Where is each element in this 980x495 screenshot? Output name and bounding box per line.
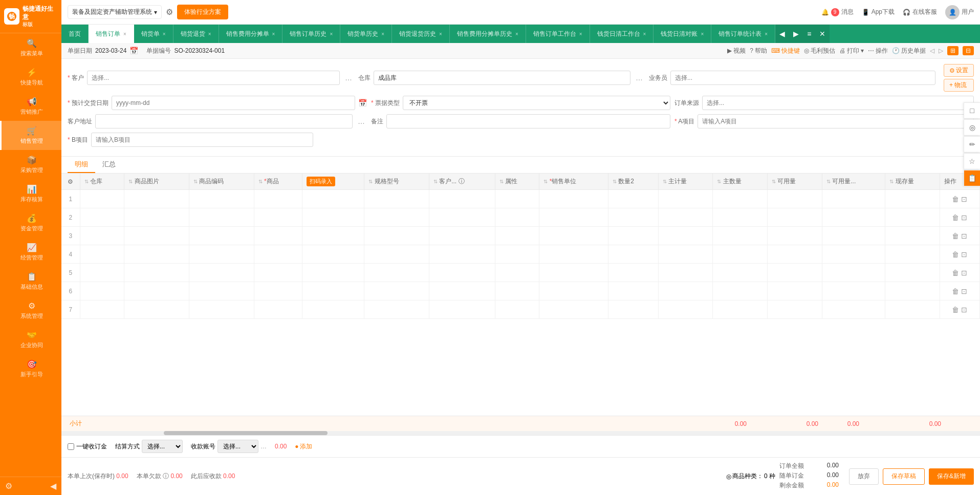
customer-input[interactable]: [87, 71, 340, 85]
copy-row-icon[interactable]: ⊡: [961, 287, 967, 295]
sidebar-item-shortcut[interactable]: ⚡ 快捷导航: [0, 62, 61, 92]
tab-close-icon[interactable]: ×: [765, 31, 768, 37]
delete-icon[interactable]: 🗑: [952, 213, 959, 222]
row-1-customer-code[interactable]: [429, 190, 495, 208]
tab-sales-expense[interactable]: 销售费用分摊单 ×: [219, 25, 283, 43]
horizontal-scrollbar[interactable]: [61, 431, 980, 435]
online-service-item[interactable]: 🎧 在线客服: [903, 8, 937, 16]
row-1-main-qty[interactable]: [713, 190, 768, 208]
date-calendar-icon[interactable]: 📅: [358, 99, 367, 107]
row-3-warehouse[interactable]: [80, 227, 124, 245]
delivery-date-input[interactable]: [112, 96, 355, 110]
tab-prev-button[interactable]: ◀: [775, 25, 789, 43]
sidebar-item-finance[interactable]: 💰 资金管理: [0, 208, 61, 238]
address-more-icon[interactable]: …: [356, 117, 367, 125]
sidebar-item-marketing[interactable]: 📢 营销推广: [0, 92, 61, 121]
delete-icon[interactable]: 🗑: [952, 195, 959, 203]
sidebar-item-basics[interactable]: 📋 基础信息: [0, 267, 61, 296]
customer-more-icon[interactable]: …: [343, 74, 354, 82]
tab-close-icon[interactable]: ×: [515, 31, 518, 37]
tab-daily-workbench[interactable]: 钱货日清工作台 ×: [590, 25, 654, 43]
copy-row-icon[interactable]: ⊡: [961, 195, 967, 203]
quick-deposit-input[interactable]: [68, 443, 74, 450]
shortcut-action[interactable]: ⌨ 快捷键: [771, 47, 800, 55]
prev-record-icon[interactable]: ◁: [930, 47, 934, 54]
float-expand-button[interactable]: □: [964, 102, 980, 119]
layout-button[interactable]: ⊞: [947, 46, 959, 55]
tab-return-history[interactable]: 销货退货历史 ×: [392, 25, 450, 43]
delete-icon[interactable]: 🗑: [952, 250, 959, 259]
warehouse-input[interactable]: [374, 71, 630, 85]
float-favorite-button[interactable]: ☆: [964, 153, 980, 169]
industry-solution-button[interactable]: 体验行业方案: [177, 5, 228, 19]
history-action[interactable]: 🕐 历史单据: [892, 47, 926, 55]
project-b-input[interactable]: [91, 133, 313, 147]
row-2-product[interactable]: [254, 208, 302, 227]
add-button[interactable]: ● 添加: [295, 442, 312, 451]
copy-row-icon[interactable]: ⊡: [961, 232, 967, 240]
copy-row-icon[interactable]: ⊡: [961, 306, 967, 314]
delete-icon[interactable]: 🗑: [952, 287, 959, 295]
tab-close-icon[interactable]: ×: [701, 31, 704, 37]
tab-sales-return[interactable]: 销货退货 ×: [173, 25, 219, 43]
delete-icon[interactable]: 🗑: [952, 269, 959, 277]
row-1-spec[interactable]: [364, 190, 429, 208]
sidebar-item-purchase[interactable]: 📦 采购管理: [0, 150, 61, 179]
tab-next-button[interactable]: ▶: [789, 25, 803, 43]
collapse-icon[interactable]: ◀: [50, 481, 56, 491]
tab-expense-history[interactable]: 销售费用分摊单历史 ×: [450, 25, 526, 43]
tab-sales-invoice-history[interactable]: 销货单历史 ×: [340, 25, 392, 43]
profit-action[interactable]: ◎ 毛利预估: [804, 47, 835, 55]
sidebar-item-guide[interactable]: 🎯 新手引导: [0, 354, 61, 383]
row-1-warehouse[interactable]: [80, 190, 124, 208]
row-2-attributes[interactable]: [495, 208, 539, 227]
account-select[interactable]: 选择...: [217, 440, 258, 453]
row-2-sales-unit[interactable]: [539, 208, 608, 227]
print-action[interactable]: 🖨 打印 ▾: [839, 47, 864, 55]
orange-layout-button[interactable]: ⊟: [963, 46, 974, 55]
delete-icon[interactable]: 🗑: [952, 232, 959, 240]
help-action[interactable]: ? 帮助: [750, 47, 767, 55]
customer-address-input[interactable]: [95, 114, 353, 128]
tab-sales-order-history[interactable]: 销售订单历史 ×: [282, 25, 340, 43]
view-action[interactable]: ▶ 视频: [727, 47, 746, 55]
tab-more-button[interactable]: ≡: [803, 25, 815, 43]
tab-close-icon[interactable]: ×: [123, 31, 126, 37]
tab-close-icon[interactable]: ×: [643, 31, 646, 37]
row-2-spec[interactable]: [364, 208, 429, 227]
save-draft-button[interactable]: 保存草稿: [883, 468, 925, 485]
project-a-input[interactable]: [698, 114, 974, 128]
operations-action[interactable]: ⋯ 操作: [868, 47, 888, 55]
tab-reconcile[interactable]: 钱货日清对账 ×: [654, 25, 711, 43]
tab-close-icon[interactable]: ×: [208, 31, 211, 37]
tab-stats[interactable]: 销售订单统计表 ×: [711, 25, 775, 43]
float-copy-button[interactable]: 📋: [964, 170, 980, 186]
sidebar-item-sales[interactable]: 🛒 销售管理: [0, 121, 61, 150]
float-edit-button[interactable]: ✏: [964, 136, 980, 153]
tab-sales-order[interactable]: 销售订单 ×: [89, 25, 134, 43]
system-title[interactable]: 装备及固定资产辅助管理系统 ▾: [68, 5, 162, 19]
calendar-icon[interactable]: 📅: [129, 47, 138, 55]
row-1-attributes[interactable]: [495, 190, 539, 208]
tab-detail[interactable]: 明细: [68, 157, 95, 173]
row-2-qty2[interactable]: [608, 208, 658, 227]
scrollbar-thumb[interactable]: [164, 431, 328, 435]
row-2-product-code[interactable]: [189, 208, 254, 227]
payment-method-select[interactable]: 选择...: [142, 440, 183, 453]
user-item[interactable]: 👤 用户: [945, 5, 974, 19]
warehouse-more-icon[interactable]: …: [634, 74, 645, 82]
tab-summary[interactable]: 汇总: [95, 157, 123, 173]
account-more-icon[interactable]: …: [260, 443, 267, 450]
tab-order-workbench[interactable]: 销售订单工作台 ×: [526, 25, 590, 43]
salesman-input[interactable]: [670, 71, 935, 85]
sidebar-item-search[interactable]: 🔍 搜索菜单: [0, 33, 61, 62]
order-source-input[interactable]: [702, 96, 974, 110]
add-logistics-button[interactable]: + 物流: [944, 79, 974, 92]
copy-row-icon[interactable]: ⊡: [961, 213, 967, 222]
row-1-qty2[interactable]: [608, 190, 658, 208]
tab-close-icon[interactable]: ×: [330, 31, 333, 37]
tab-close-icon[interactable]: ×: [381, 31, 384, 37]
save-new-button[interactable]: 保存&新增: [929, 468, 974, 485]
sidebar-item-cooperation[interactable]: 🤝 企业协同: [0, 325, 61, 354]
remarks-input[interactable]: [386, 114, 670, 128]
